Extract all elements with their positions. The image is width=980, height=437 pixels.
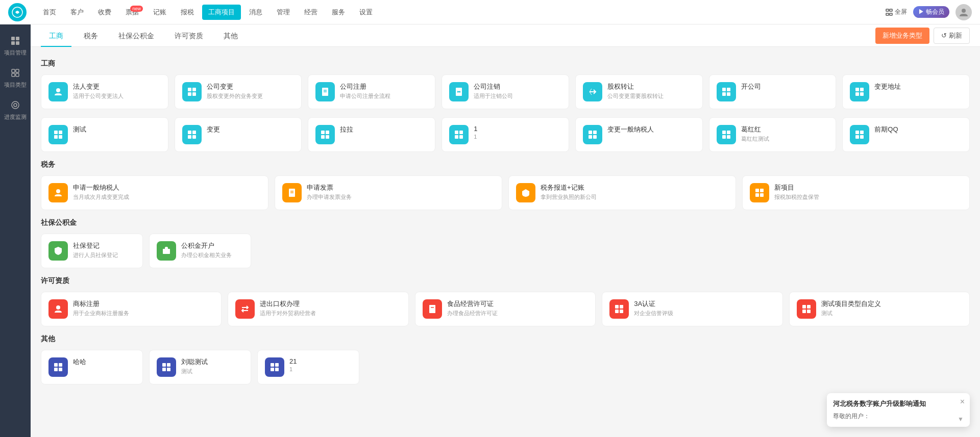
card-lala[interactable]: 拉拉 bbox=[308, 117, 435, 152]
card-new-project[interactable]: 新项目 报税加税控盘保管 bbox=[742, 175, 970, 210]
tab-shebao[interactable]: 社保公积金 bbox=[110, 24, 162, 47]
tab-qita[interactable]: 其他 bbox=[215, 24, 246, 47]
svg-rect-78 bbox=[615, 310, 619, 313]
card-title: 公积金开户 bbox=[181, 241, 243, 250]
nav-business-projects[interactable]: 工商项目 bbox=[202, 5, 241, 20]
card-icon-new-project bbox=[750, 183, 769, 202]
card-title: 新项目 bbox=[774, 183, 962, 192]
card-title: 股权转让 bbox=[607, 82, 695, 91]
card-biangeng-納税[interactable]: 变更一般纳税人 bbox=[575, 117, 703, 152]
card-food-license[interactable]: 食品经营许可证 办理食品经营许可证 bbox=[415, 292, 596, 326]
card-icon-equity bbox=[583, 82, 602, 101]
new-type-button[interactable]: 新增业务类型 bbox=[875, 28, 929, 44]
svg-rect-39 bbox=[188, 131, 191, 134]
nav-settings[interactable]: 设置 bbox=[353, 5, 379, 20]
sidebar-item-project-type[interactable]: 项目类型 bbox=[0, 62, 31, 94]
card-3a-cert[interactable]: 3A认证 对企业信誉评级 bbox=[602, 292, 782, 326]
svg-rect-28 bbox=[727, 88, 730, 91]
nav-tax[interactable]: 报税 bbox=[175, 5, 200, 20]
nav-messages[interactable]: 消息 bbox=[243, 5, 268, 20]
sidebar-item-progress-monitor[interactable]: 进度监测 bbox=[0, 94, 31, 126]
card-gupuan-zhuanrang[interactable]: 股权转让 公司变更需要股权转让 bbox=[575, 74, 703, 109]
card-title: 公司变更 bbox=[207, 82, 295, 91]
svg-rect-38 bbox=[59, 135, 62, 139]
svg-rect-57 bbox=[722, 135, 726, 139]
svg-rect-10 bbox=[12, 69, 15, 72]
card-faren-biangeng[interactable]: 法人变更 适用于公司变更法人 bbox=[41, 74, 168, 109]
card-biangeng-dizhi[interactable]: 变更地址 bbox=[842, 74, 970, 109]
svg-rect-59 bbox=[855, 131, 859, 134]
tab-gongshang[interactable]: 工商 bbox=[41, 24, 71, 47]
card-social-insurance[interactable]: 社保登记 进行人员社保登记 bbox=[41, 234, 143, 268]
section-title-qita: 其他 bbox=[41, 335, 970, 344]
nav-operations[interactable]: 经营 bbox=[298, 5, 324, 20]
svg-point-72 bbox=[165, 250, 167, 252]
svg-point-15 bbox=[14, 104, 17, 107]
card-provident-fund[interactable]: 公积金开户 办理公积金相关业务 bbox=[149, 234, 251, 268]
vip-button[interactable]: ▶ 畅会员 bbox=[913, 6, 949, 18]
nav-tickets[interactable]: 票据 new bbox=[119, 5, 145, 20]
nav-customer[interactable]: 客户 bbox=[64, 5, 90, 20]
card-icon-liucong bbox=[157, 357, 176, 377]
svg-rect-2 bbox=[890, 9, 892, 11]
card-trademark[interactable]: 商标注册 用于企业商标注册服务 bbox=[41, 292, 222, 326]
card-icon-change2 bbox=[182, 125, 202, 144]
sidebar-item-project-management[interactable]: 项目管理 bbox=[0, 30, 31, 62]
notification-text: 尊敬的用户： bbox=[833, 412, 964, 421]
svg-rect-68 bbox=[760, 189, 764, 192]
refresh-button[interactable]: ↺ 刷新 bbox=[934, 28, 970, 44]
card-one[interactable]: 1 1 bbox=[442, 117, 569, 152]
card-desc: 报税加税控盘保管 bbox=[774, 193, 962, 201]
card-21[interactable]: 21 1 bbox=[257, 350, 359, 384]
card-icon-import-export bbox=[235, 299, 255, 319]
svg-rect-62 bbox=[860, 135, 864, 139]
svg-rect-40 bbox=[192, 131, 196, 134]
user-avatar[interactable] bbox=[955, 4, 972, 20]
card-kai-gongsi[interactable]: 开公司 bbox=[709, 74, 837, 109]
card-title: 法人变更 bbox=[73, 82, 161, 91]
card-ceshi[interactable]: 测试 bbox=[41, 117, 168, 152]
card-gongsi-biangeng[interactable]: 公司变更 股权变更外的业务变更 bbox=[175, 74, 302, 109]
card-test-type[interactable]: 测试项目类型自定义 测试 bbox=[789, 292, 970, 326]
notification-close-button[interactable]: × bbox=[960, 397, 965, 406]
nav-services[interactable]: 服务 bbox=[326, 5, 351, 20]
svg-rect-36 bbox=[59, 131, 62, 134]
card-apply-general-taxpayer[interactable]: 申请一般纳税人 当月或次月成变更完成 bbox=[41, 175, 268, 210]
notification-popup: × 河北税务数字账户升级影响通知 尊敬的用户： ▼ bbox=[827, 393, 970, 427]
svg-rect-9 bbox=[16, 41, 19, 45]
card-qianqi-qq[interactable]: 前期QQ bbox=[842, 117, 970, 152]
card-haha[interactable]: 哈哈 bbox=[41, 350, 143, 384]
svg-rect-81 bbox=[807, 305, 811, 309]
card-ge-honghong[interactable]: 葛红红 葛红红测试 bbox=[709, 117, 837, 152]
svg-rect-17 bbox=[188, 88, 191, 91]
card-gongsi-zhuce[interactable]: 公司注册 申请公司注册全流程 bbox=[308, 74, 435, 109]
tab-shuiwu[interactable]: 税务 bbox=[76, 24, 106, 47]
card-gongsi-zhuxiao[interactable]: 公司注销 适用于注销公司 bbox=[442, 74, 569, 109]
notification-scroll-indicator: ▼ bbox=[958, 416, 964, 423]
vip-icon: ▶ bbox=[918, 8, 924, 15]
svg-rect-53 bbox=[589, 135, 592, 139]
svg-rect-11 bbox=[16, 69, 19, 72]
tab-xuke[interactable]: 许可资质 bbox=[166, 24, 211, 47]
nav-home[interactable]: 首页 bbox=[37, 5, 62, 20]
svg-rect-77 bbox=[620, 305, 623, 309]
card-import-export[interactable]: 进出口权办理 适用于对外贸易经营者 bbox=[228, 292, 408, 326]
card-desc: 用于企业商标注册服务 bbox=[73, 310, 214, 317]
nav-bookkeeping[interactable]: 记账 bbox=[147, 5, 173, 20]
card-tax-report-bookkeeping[interactable]: 税务报道+记账 拿到营业执照的新公司 bbox=[508, 175, 736, 210]
card-desc: 办理食品经营许可证 bbox=[447, 310, 588, 317]
fullscreen-button[interactable]: 全屏 bbox=[886, 8, 907, 16]
nav-billing[interactable]: 收费 bbox=[92, 5, 117, 20]
refresh-icon: ↺ bbox=[941, 32, 947, 39]
sub-navigation: 工商 税务 社保公积金 许可资质 其他 新增业务类型 ↺ 刷新 bbox=[31, 24, 980, 47]
card-apply-invoice[interactable]: 申请发票 办理申请发票业务 bbox=[275, 175, 502, 210]
card-liucong-test[interactable]: 刘聪测试 测试 bbox=[149, 350, 251, 384]
card-title: 变更 bbox=[207, 125, 295, 134]
svg-rect-69 bbox=[755, 193, 759, 197]
svg-point-14 bbox=[12, 101, 19, 109]
svg-rect-94 bbox=[271, 368, 274, 371]
card-biangeng2[interactable]: 变更 bbox=[175, 117, 302, 152]
card-desc: 公司变更需要股权转让 bbox=[607, 92, 695, 100]
nav-management[interactable]: 管理 bbox=[271, 5, 296, 20]
svg-point-63 bbox=[56, 189, 60, 193]
